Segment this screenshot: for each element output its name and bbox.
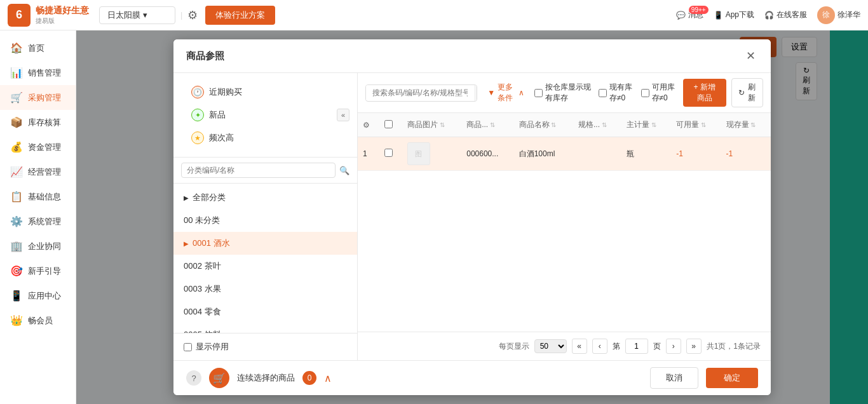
user-name: 徐泽华: [837, 10, 860, 20]
sidebar-item-sales[interactable]: 📊 销售管理: [0, 60, 76, 85]
sidebar: 🏠 首页 📊 销售管理 🛒 采购管理 📦 库存核算 💰 资金管理 📈 经营管理 …: [0, 30, 76, 404]
sidebar-label-system: 系统管理: [28, 216, 61, 227]
pagination-bar: 每页显示 50 100 200 « ‹ 第 页 ›: [358, 332, 771, 360]
page-total: 共1页，1条记录: [707, 341, 761, 352]
page-end-label: 页: [653, 341, 661, 352]
message-badge: 99+: [689, 6, 709, 14]
category-item-all[interactable]: ▶ 全部分类: [173, 186, 357, 209]
table-row[interactable]: 1 图 000600... 白酒100ml: [358, 137, 771, 171]
refresh-button[interactable]: ↻ 刷新: [731, 78, 763, 107]
collapse-left-btn[interactable]: «: [337, 109, 349, 121]
sidebar-item-inventory[interactable]: 📦 库存核算: [0, 110, 76, 135]
product-table: ⚙ 商品图片 商品... 商品名称 规格... 主计量 可用量 现存量: [358, 113, 771, 171]
search-bar: 🔍: [365, 84, 477, 102]
sidebar-item-system[interactable]: ⚙️ 系统管理: [0, 209, 76, 234]
product-dropdown[interactable]: 日太阳膜 ▾: [99, 6, 175, 24]
sidebar-item-guide[interactable]: 🎯 新手引导: [0, 259, 76, 283]
online-service-item[interactable]: 🎧 在线客服: [764, 10, 807, 20]
cancel-button[interactable]: 取消: [650, 367, 698, 389]
col-stock[interactable]: 现存量: [721, 113, 771, 137]
filter-label: 更多条件: [498, 82, 516, 104]
col-settings[interactable]: ⚙: [358, 113, 379, 137]
cart-icon[interactable]: 🛒: [209, 368, 229, 388]
sidebar-label-enterprise: 企业协同: [28, 241, 61, 252]
first-page-button[interactable]: «: [572, 339, 587, 354]
help-icon[interactable]: ?: [186, 370, 201, 386]
checkbox-stock[interactable]: [599, 89, 607, 97]
next-page-button[interactable]: ›: [666, 339, 681, 354]
row-image: 图: [402, 137, 461, 171]
dialog-footer: ? 🛒 连续选择的商品 0 ∧ 取消 确定: [173, 360, 771, 395]
checkbox-warehouse-item[interactable]: 按仓库显示现有库存: [534, 82, 593, 104]
left-panel-header: 🕐 近期购买 ✦ 新品 ★ 频次高: [173, 73, 357, 158]
user-item[interactable]: 徐 徐泽华: [817, 6, 860, 24]
prev-page-button[interactable]: ‹: [592, 339, 607, 354]
main-layout: 🏠 首页 📊 销售管理 🛒 采购管理 📦 库存核算 💰 资金管理 📈 经营管理 …: [0, 30, 868, 404]
checkbox-stock-item[interactable]: 现有库存≠0: [599, 82, 635, 104]
sales-icon: 📊: [10, 67, 23, 79]
category-search-input[interactable]: [181, 163, 336, 178]
message-nav-item[interactable]: 💬 消息 99+: [676, 10, 703, 20]
category-item-0005[interactable]: 0005 饮料: [173, 323, 357, 333]
checkbox-warehouse[interactable]: [534, 89, 543, 97]
row-stock: -1: [721, 137, 771, 171]
category-item-0001[interactable]: ▶ 0001 酒水: [173, 232, 357, 255]
app-download-item[interactable]: 📱 App下载: [714, 10, 754, 20]
sidebar-item-basic[interactable]: 📋 基础信息: [0, 184, 76, 209]
app-icon: 📱: [714, 11, 723, 20]
page-size-select[interactable]: 50 100 200: [534, 339, 567, 353]
category-arrow-all: ▶: [184, 194, 189, 201]
col-available[interactable]: 可用量: [671, 113, 721, 137]
confirm-button[interactable]: 确定: [706, 368, 758, 388]
gear-icon[interactable]: ⚙: [187, 8, 198, 22]
sidebar-item-appcenter[interactable]: 📱 应用中心: [0, 283, 76, 308]
show-disabled-container: 显示停用: [173, 333, 357, 360]
checkbox-available[interactable]: [641, 89, 649, 97]
category-item-0003[interactable]: 0003 水果: [173, 278, 357, 300]
sidebar-item-home[interactable]: 🏠 首页: [0, 36, 76, 60]
category-item-00[interactable]: 00 未分类: [173, 209, 357, 232]
experience-btn[interactable]: 体验行业方案: [205, 6, 275, 25]
col-code[interactable]: 商品...: [461, 113, 513, 137]
col-unit[interactable]: 主计量: [621, 113, 671, 137]
category-item-0004[interactable]: 0004 零食: [173, 300, 357, 323]
refresh-label: 刷新: [747, 82, 756, 104]
nav-actions: 💬 消息 99+ 📱 App下载 🎧 在线客服 徐 徐泽华: [676, 6, 860, 24]
sidebar-item-enterprise[interactable]: 🏢 企业协同: [0, 234, 76, 259]
page-number-input[interactable]: [625, 339, 648, 354]
sidebar-item-operations[interactable]: 📈 经营管理: [0, 159, 76, 184]
filter-more-btn[interactable]: ▼ 更多条件 ∧: [482, 79, 529, 106]
select-all-checkbox[interactable]: [384, 120, 393, 128]
last-page-button[interactable]: »: [686, 339, 702, 354]
recent-tab-recent[interactable]: 🕐 近期购买: [181, 81, 337, 104]
recent-tab-frequent-label: 频次高: [209, 132, 234, 144]
enterprise-icon: 🏢: [10, 240, 23, 252]
search-icon-button[interactable]: 🔍: [474, 85, 477, 101]
category-item-0002[interactable]: 0002 茶叶: [173, 255, 357, 278]
product-search-input[interactable]: [366, 85, 474, 100]
col-image[interactable]: 商品图片: [402, 113, 461, 137]
recent-tab-frequent[interactable]: ★ 频次高: [181, 126, 337, 149]
checkbox-available-item[interactable]: 可用库存≠0: [641, 82, 678, 104]
show-disabled-checkbox[interactable]: [184, 343, 192, 351]
chevron-down-icon: ▾: [143, 10, 147, 20]
sidebar-label-appcenter: 应用中心: [28, 290, 61, 302]
add-product-button[interactable]: + 新增商品: [683, 79, 726, 107]
col-spec[interactable]: 规格...: [573, 113, 621, 137]
collapse-footer-icon[interactable]: ∧: [324, 372, 332, 384]
row-checkbox[interactable]: [379, 137, 402, 171]
dialog-close-button[interactable]: ✕: [743, 48, 758, 64]
sidebar-item-purchase[interactable]: 🛒 采购管理: [0, 85, 76, 110]
row-unit: 瓶: [621, 137, 671, 171]
checkbox-stock-label: 现有库存≠0: [609, 82, 635, 104]
show-disabled-label[interactable]: 显示停用: [196, 341, 229, 353]
sidebar-label-operations: 经营管理: [28, 166, 61, 178]
category-search-icon[interactable]: 🔍: [339, 166, 349, 175]
recent-tab-new[interactable]: ✦ 新品: [181, 104, 337, 126]
sidebar-label-finance: 资金管理: [28, 142, 61, 153]
row-select-checkbox[interactable]: [384, 149, 393, 157]
sidebar-item-member[interactable]: 👑 畅会员: [0, 308, 76, 333]
col-checkbox[interactable]: [379, 113, 402, 137]
sidebar-item-finance[interactable]: 💰 资金管理: [0, 135, 76, 159]
col-name[interactable]: 商品名称: [514, 113, 573, 137]
